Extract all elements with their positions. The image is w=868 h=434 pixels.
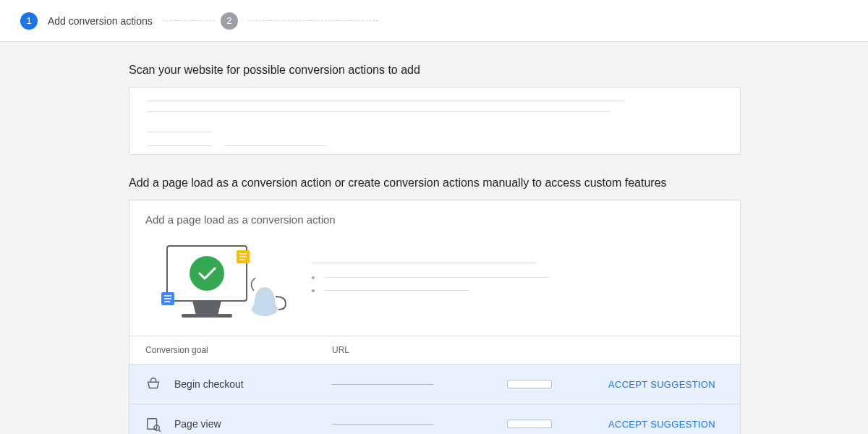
step-2[interactable]: 2	[221, 12, 238, 30]
svg-point-1	[190, 256, 224, 291]
add-title: Add a page load as a conversion action o…	[129, 176, 868, 190]
stepper: 1 Add conversion actions 2	[0, 0, 868, 42]
scan-card	[129, 87, 741, 155]
info-column	[312, 258, 724, 302]
step-1-label: Add conversion actions	[48, 15, 153, 27]
svg-rect-10	[182, 314, 232, 318]
conversion-illustration	[145, 240, 290, 320]
page-view-icon	[145, 416, 174, 432]
table-header: Conversion goal URL	[129, 336, 740, 365]
table-row: Begin checkout ACCEPT SUGGESTION	[129, 365, 740, 404]
bullet-icon	[312, 276, 315, 279]
placeholder-pill	[507, 380, 552, 388]
svg-rect-12	[148, 419, 157, 430]
checkout-icon	[145, 376, 174, 392]
placeholder-line	[147, 111, 610, 112]
goal-label: Page view	[174, 418, 332, 430]
placeholder-line	[225, 145, 326, 146]
accept-suggestion-button[interactable]: ACCEPT SUGGESTION	[608, 379, 715, 390]
step-connector	[163, 20, 215, 21]
step-2-circle: 2	[221, 12, 238, 30]
placeholder-line	[325, 277, 549, 278]
header-url: URL	[332, 345, 724, 355]
placeholder-line	[332, 384, 433, 385]
pill-cell	[507, 420, 608, 428]
pill-cell	[507, 380, 608, 388]
suggestions-table: Conversion goal URL Begin checkout ACCEP…	[129, 336, 740, 434]
accept-suggestion-button[interactable]: ACCEPT SUGGESTION	[608, 419, 715, 430]
content: Scan your website for possible conversio…	[0, 42, 868, 434]
step-1[interactable]: 1 Add conversion actions	[20, 12, 153, 30]
placeholder-line	[312, 263, 536, 263]
placeholder-line	[332, 424, 433, 425]
url-cell	[332, 424, 507, 425]
step-connector-2	[248, 20, 378, 21]
url-cell	[332, 384, 507, 385]
table-row: Page view ACCEPT SUGGESTION	[129, 404, 740, 434]
placeholder-line	[147, 101, 624, 101]
placeholder-line	[147, 145, 212, 146]
header-goal: Conversion goal	[145, 345, 332, 355]
svg-line-14	[158, 430, 161, 432]
add-card: Add a page load as a conversion action	[129, 200, 741, 434]
bullet-icon	[312, 289, 315, 292]
step-1-circle: 1	[20, 12, 38, 30]
add-subtitle: Add a page load as a conversion action	[129, 200, 740, 233]
placeholder-line	[147, 132, 212, 132]
placeholder-line	[325, 290, 469, 291]
goal-label: Begin checkout	[174, 378, 332, 390]
scan-title: Scan your website for possible conversio…	[129, 64, 868, 77]
placeholder-pill	[507, 420, 552, 428]
